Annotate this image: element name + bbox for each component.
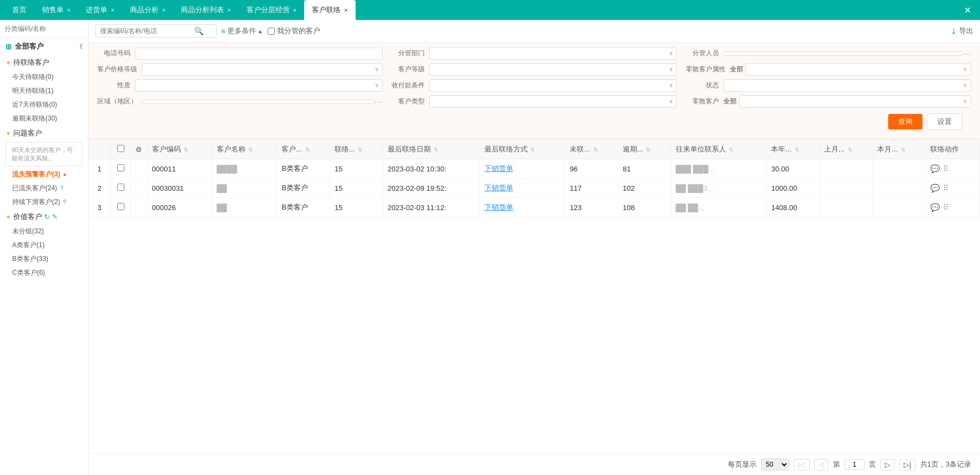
filter-dept-select[interactable]: ▾ [429,47,677,60]
filter-price-grade-select[interactable]: ▾ [142,63,383,76]
my-customer-checkbox-label: 我分管的客户 [268,26,320,36]
filter-payment-select[interactable]: ▾ [429,79,677,92]
sidebar-group-problem[interactable]: ▼ 问题客户 [0,126,88,141]
table-row: 2 00030031 ██ B类客户 15 2023-02-09 19:52: … [88,179,980,198]
sidebar-collapse-icon[interactable]: 《 [76,43,82,51]
sort-last-month-icon[interactable]: ⇅ [848,147,852,153]
sort-last-method-icon[interactable]: ⇅ [530,147,535,153]
window-close-button[interactable]: ✕ [960,5,976,15]
sidebar-search-input[interactable] [4,25,87,33]
sidebar-item-class-c[interactable]: C类客户(6) [0,266,88,280]
last-method-link[interactable]: 下销货单 [484,164,513,173]
filter-customer-type-select[interactable]: ▾ [429,95,677,108]
close-tab-purchase[interactable]: × [111,7,114,13]
sidebar-group-pending[interactable]: ▼ 待联络客户 [0,55,88,70]
sidebar-item-today[interactable]: 今天待联络(0) [0,70,88,84]
filter-status-select[interactable]: ▾ [723,79,971,92]
sidebar-group-value[interactable]: ▼ 价值客户 ↻ ✎ [0,209,88,225]
col-settings[interactable]: ⚙ [131,140,147,159]
tab-purchase[interactable]: 进货单 × [78,0,122,20]
cell-overdue: 81 [618,159,671,179]
region-more-icon[interactable]: ··· [374,97,383,106]
close-tab-customer-contact[interactable]: × [344,7,347,13]
filter-person-select[interactable] [723,51,963,56]
tab-home[interactable]: 首页 [4,0,34,20]
filter-customer-type-label: 客户类型 [392,97,425,106]
close-tab-sales[interactable]: × [67,7,70,13]
sidebar-item-churned[interactable]: 已流失客户(24) ? [0,181,88,195]
cell-type: B类客户 [277,179,330,198]
sort-unit-contact-icon[interactable]: ⇅ [729,147,733,153]
prev-page-button[interactable]: ◁ [814,459,828,471]
filter-customer-grade-select[interactable]: ▾ [429,63,677,76]
sidebar-item-7days[interactable]: 近7天待联络(0) [0,98,88,112]
filter-phone-input[interactable] [135,48,383,60]
sort-this-year-icon[interactable]: ⇅ [795,147,799,153]
filter-retail-attr-select[interactable]: ▾ [746,63,971,76]
query-button[interactable]: 查询 [888,114,922,129]
action-chat-icon[interactable]: 💬 [930,184,940,192]
page-size-label: 每页显示 [728,460,757,469]
action-more-icon[interactable]: ⠿ [943,184,948,192]
select-all-checkbox[interactable] [117,145,124,152]
action-chat-icon[interactable]: 💬 [930,203,940,212]
action-more-icon[interactable]: ⠿ [943,164,948,173]
sort-contact-icon[interactable]: ⇅ [358,147,362,153]
my-customer-checkbox[interactable] [268,28,275,35]
close-tab-product-list[interactable]: × [227,7,231,13]
last-method-link[interactable]: 下销货单 [484,184,513,192]
row-checkbox[interactable] [117,164,124,171]
main-search-icon[interactable]: 🔍 [194,27,204,35]
sort-not-contacted-icon[interactable]: ⇅ [593,147,598,153]
sort-code-icon[interactable]: ⇅ [184,147,188,153]
col-check [111,140,131,159]
action-chat-icon[interactable]: 💬 [930,164,940,173]
refresh-value-icon[interactable]: ↻ [44,213,50,221]
main-search-input[interactable] [100,27,194,35]
last-page-button[interactable]: ▷| [899,459,915,471]
tab-product-list[interactable]: 商品分析列表 × [173,0,238,20]
settings-button[interactable]: 设置 [927,113,962,130]
cell-actions: 💬 ⠿ [925,198,979,217]
tab-customer-segment[interactable]: 客户分层经营 × [239,0,304,20]
tab-product-analysis[interactable]: 商品分析 × [122,0,173,20]
first-page-button[interactable]: |◁ [794,459,810,471]
col-last-month: 上月... ⇅ [820,140,873,159]
sidebar-item-class-b[interactable]: B类客户(33) [0,252,88,266]
tab-sales[interactable]: 销售单 × [34,0,78,20]
edit-value-icon[interactable]: ✎ [52,213,58,221]
export-button[interactable]: ⤓ 导出 [951,26,973,36]
info-icon-churned: ? [60,185,64,191]
sort-overdue-icon[interactable]: ⇅ [646,147,650,153]
row-checkbox[interactable] [117,203,124,210]
next-page-button[interactable]: ▷ [880,459,895,471]
filter-retail-customer-select[interactable]: ▾ [739,95,971,108]
sort-name-icon[interactable]: ⇅ [248,147,253,153]
action-more-icon[interactable]: ⠿ [943,203,948,212]
sidebar-item-declining[interactable]: 持续下滑客户(2) ? [0,195,88,209]
cell-overdue: 102 [618,179,671,198]
close-tab-product-analysis[interactable]: × [162,7,165,13]
close-tab-customer-segment[interactable]: × [293,7,296,13]
cell-this-year: 30.00 [767,159,820,179]
person-more-icon[interactable]: ··· [963,49,971,58]
sidebar-all-customer[interactable]: ⊞ 全部客户 《 [0,38,88,55]
filter-region-label: 区域（地区） [97,97,137,106]
filter-nature-select[interactable]: ▾ [135,79,383,92]
sidebar-item-churn-warning[interactable]: 流失预警客户(3) ● [0,168,88,181]
sort-this-month-icon[interactable]: ⇅ [901,147,905,153]
filter-region-select[interactable] [142,100,374,104]
sidebar-item-class-a[interactable]: A类客户(1) [0,238,88,252]
sidebar-item-tomorrow[interactable]: 明天待联络(1) [0,84,88,98]
filter-more-button[interactable]: ≡ 更多条件 ▲ [221,26,263,36]
col-last-date: 最后联络日期 ⇅ [383,140,479,159]
last-method-link[interactable]: 下销货单 [484,203,513,211]
page-size-select[interactable]: 50 100 [761,458,789,471]
sidebar-item-ungrouped[interactable]: 未分组(32) [0,225,88,238]
sort-last-date-icon[interactable]: ⇅ [434,147,438,153]
row-checkbox[interactable] [117,184,124,191]
sidebar-item-overdue[interactable]: 逾期未联络(30) [0,112,88,126]
page-number-input[interactable] [845,459,864,470]
sort-type-icon[interactable]: ⇅ [305,147,310,153]
tab-customer-contact[interactable]: 客户联络 × [304,0,355,20]
